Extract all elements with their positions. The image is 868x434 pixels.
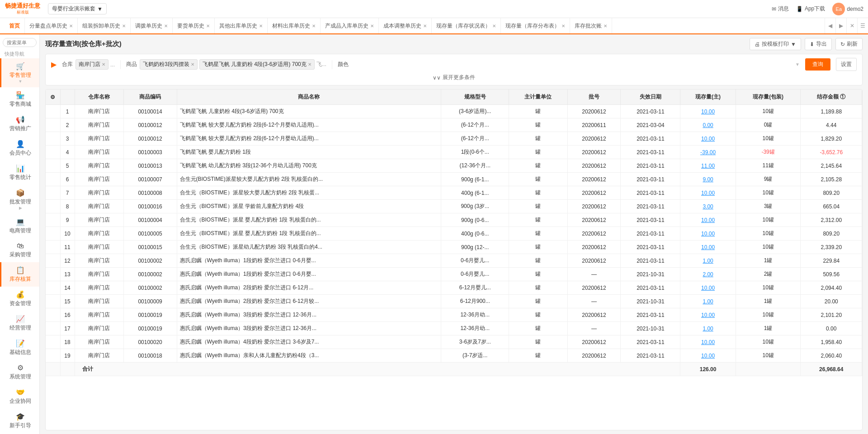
sidebar-item-members[interactable]: 👤 会员中心 [0,136,39,160]
cell-stock-main[interactable]: 10.00 [680,241,736,254]
cell-stock-main[interactable]: 11.00 [680,159,736,173]
message-button[interactable]: ✉ 消息 [772,5,789,13]
cell-stock-main[interactable]: 10.00 [680,227,736,241]
nav-prev[interactable]: ◀ [825,18,835,34]
tab-11[interactable]: 库存批次账 ✕ [570,18,612,34]
sidebar-item-purchase[interactable]: 🛍 采购管理 [0,238,39,262]
tab-9-close[interactable]: ✕ [492,24,496,28]
cell-stock-pack: 10罐 [736,349,801,363]
tab-7[interactable]: 产成品入库单历史 ✕ [321,18,379,34]
cell-seq: 6 [60,173,75,186]
cell-stock-main[interactable]: 10.00 [680,132,736,146]
expand-arrow-icon[interactable]: ▶ [51,60,57,69]
quick-nav-label[interactable]: 快捷导航 [0,49,39,58]
table-row: 1 南岸门店 00100014 飞鹤星飞帆 儿童奶粉 4段(3-6岁适用) 70… [46,105,862,118]
sidebar-item-enterprise[interactable]: 🤝 企业协同 [0,384,39,409]
sidebar-item-basic-info[interactable]: 📝 基础信息 [0,335,39,360]
cell-stock-main[interactable]: 3.00 [680,200,736,213]
cell-stock-main[interactable]: 2.00 [680,268,736,281]
nav-menu[interactable]: ☰ [857,18,868,34]
cell-unit: 罐 [509,335,568,349]
cell-stock-main[interactable]: 10.00 [680,349,736,363]
cell-warehouse: 南岸门店 [75,281,123,295]
sidebar-item-retail-mgmt[interactable]: 🛒 零售管理 ▼ [0,58,39,87]
cell-stock-main[interactable]: 10.00 [680,213,736,227]
refresh-button[interactable]: ↻ 刷新 [835,38,863,50]
print-button[interactable]: 🖨 按模板打印 ▼ [750,38,801,50]
goods-tag-2-close[interactable]: ✕ [308,62,311,67]
tab-5[interactable]: 其他出库单历史 ✕ [215,18,268,34]
cell-code: 00100012 [123,118,177,132]
cell-stock-main[interactable]: 1.00 [680,295,736,308]
tab-4-close[interactable]: ✕ [206,24,210,28]
cell-stock-main[interactable]: 10.00 [680,186,736,200]
sidebar-item-wholesale[interactable]: 📦 批发管理 ▶ [0,185,39,214]
tab-8[interactable]: 成本调整单历史 ✕ [379,18,432,34]
col-settings[interactable]: ⚙ [46,90,60,105]
tab-8-close[interactable]: ✕ [423,24,427,28]
user-area[interactable]: Ea demo2 [832,3,863,15]
account-dropdown[interactable]: 母婴行业演示账套 ▼ [48,3,107,14]
tab-11-close[interactable]: ✕ [604,24,607,28]
sidebar-item-retail-stats[interactable]: 📊 零售统计 [0,160,39,185]
cell-name: 惠氏启瞩（Wyeth illuma）1段奶粉 爱尔兰进口 0-6月婴... [177,254,441,268]
sidebar-item-inventory[interactable]: 📋 库存核算 [0,262,39,287]
tab-1-close[interactable]: ✕ [69,24,73,28]
cell-stock-main[interactable]: 1.00 [680,322,736,335]
app-download-button[interactable]: 📱 App下载 [796,5,825,13]
cell-seq: 3 [60,132,75,146]
tab-3[interactable]: 调拨单历史 ✕ [131,18,173,34]
warehouse-tag-1[interactable]: 南岸门店 ✕ [75,59,108,70]
sidebar-item-newbie[interactable]: 🎓 新手引导 [0,409,39,433]
tab-5-close[interactable]: ✕ [259,24,263,28]
query-button[interactable]: 查询 [805,58,830,71]
color-dropdown-btn[interactable]: ▼ [795,62,800,67]
cell-stock-main[interactable]: 10.00 [680,308,736,322]
filter-expand-btn[interactable]: ▶ [51,60,57,69]
tab-1[interactable]: 分量盘点单历史 ✕ [25,18,78,34]
cell-seq: 2 [60,118,75,132]
cell-name: 合生元（BIOSTIME）派星较大婴儿配方奶粉 2段 乳核蛋... [177,186,441,200]
cell-stock-main[interactable]: 10.00 [680,335,736,349]
warehouse-more[interactable]: ... [110,61,115,68]
cell-stock-main[interactable]: -39.00 [680,146,736,159]
nav-close-current[interactable]: ✕ [846,18,857,34]
warehouse-tag-1-close[interactable]: ✕ [102,62,105,67]
cell-stock-pack: 10罐 [736,335,801,349]
tab-7-close[interactable]: ✕ [370,24,374,28]
cell-stock-main[interactable]: 10.00 [680,281,736,295]
cell-stock-main[interactable]: 1.00 [680,254,736,268]
export-button[interactable]: ⬇ 导出 [805,38,832,50]
goods-tag-1[interactable]: 飞鹤奶粉3段丙摆装 ✕ [140,59,198,70]
tab-2[interactable]: 组装拆卸单历史 ✕ [78,18,131,34]
cell-stock-main[interactable]: 10.00 [680,105,736,118]
tab-2-close[interactable]: ✕ [122,24,126,28]
tab-10-label: 现存量（库存分布表） [505,22,560,30]
sidebar-item-ecommerce[interactable]: 💻 电商管理 [0,214,39,238]
setting-button[interactable]: 设置 [836,58,857,71]
goods-tag-2[interactable]: 飞鹤星飞帆 儿童奶粉 4段(3-6岁适用) 700克 ✕ [199,59,315,70]
search-input[interactable] [3,38,37,47]
expand-more-btn[interactable]: ∨∨ 展开更多条件 [51,74,857,81]
goods-more[interactable]: 飞... [316,61,326,68]
goods-tag-1-close[interactable]: ✕ [191,62,194,67]
sidebar-item-operations[interactable]: 📈 经营管理 [0,311,39,335]
cell-stock-main[interactable]: 9.00 [680,173,736,186]
cell-unit: 罐 [509,308,568,322]
tab-6[interactable]: 材料出库单历史 ✕ [268,18,321,34]
tab-3-close[interactable]: ✕ [164,24,168,28]
cell-stock-main[interactable]: 0.00 [680,118,736,132]
tab-6-close[interactable]: ✕ [312,24,316,28]
cell-code: 00100002 [123,254,177,268]
tab-9[interactable]: 现存量（库存状况表） ✕ [432,18,501,34]
sidebar-item-system[interactable]: ⚙ 系统管理 [0,360,39,384]
tab-4[interactable]: 要货单历史 ✕ [173,18,215,34]
tab-home[interactable]: 首页 [5,18,25,34]
sidebar-item-retail-mall[interactable]: 🏪 零售商城 [0,87,39,112]
sidebar-item-finance[interactable]: 💰 资金管理 [0,287,39,311]
tab-10[interactable]: 现存量（库存分布表） ✕ [501,18,570,34]
cell-expiry: 2021-03-11 [621,241,680,254]
sidebar-item-marketing[interactable]: 📢 营销推广 [0,112,39,136]
tab-10-close[interactable]: ✕ [561,24,565,28]
nav-next[interactable]: ▶ [835,18,846,34]
